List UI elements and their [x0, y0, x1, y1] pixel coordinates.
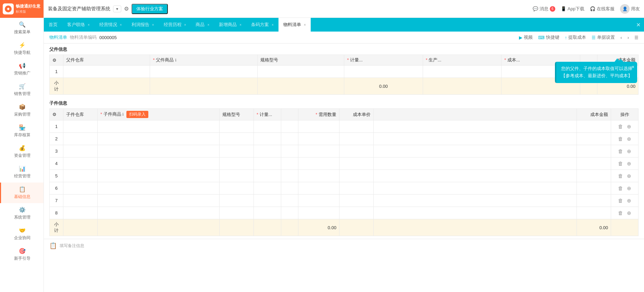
child-row-6-spec[interactable] [219, 182, 253, 195]
tab-operations[interactable]: 经营情况 × [95, 18, 127, 32]
child-row-3-product[interactable] [98, 145, 220, 157]
child-row-2-product[interactable] [98, 133, 220, 145]
child-row-6-unit[interactable] [253, 182, 281, 195]
child-row-7-unit[interactable] [253, 195, 281, 207]
breadcrumb-link[interactable]: 物料清单 [49, 34, 67, 40]
tab-new-goods[interactable]: 新增商品 × [214, 18, 246, 32]
sidebar-item-purchase[interactable]: 📦 采购管理 [0, 100, 44, 121]
child-row-1-product[interactable] [98, 120, 220, 133]
sidebar-item-guide[interactable]: 🎯 新手引导 [0, 244, 44, 265]
tab-bom[interactable]: 物料清单 × [278, 18, 311, 32]
child-row-4-delete[interactable]: 🗑 [618, 161, 623, 166]
child-row-6-quantity[interactable] [298, 182, 339, 195]
child-row-5-copy[interactable]: ⊕ [627, 173, 631, 179]
tab-bom-close[interactable]: × [304, 23, 306, 27]
nav-prev-button[interactable]: ‹ [620, 35, 622, 40]
tab-goods[interactable]: 商品 × [191, 18, 214, 32]
child-row-8-unit-cost[interactable] [339, 207, 373, 219]
child-row-8-unit[interactable] [253, 207, 281, 219]
child-row-3-copy[interactable]: ⊕ [627, 148, 631, 154]
child-row-7-copy[interactable]: ⊕ [627, 198, 631, 203]
tab-history-close[interactable]: × [184, 23, 186, 27]
child-row-7-spec[interactable] [219, 195, 253, 207]
child-row-1-quantity[interactable] [298, 120, 339, 133]
child-row-1-warehouse[interactable] [63, 120, 98, 133]
child-row-3-delete[interactable]: 🗑 [618, 148, 623, 154]
child-row-4-unit[interactable] [253, 157, 281, 170]
child-row-2-copy[interactable]: ⊕ [627, 136, 631, 142]
child-row-4-quantity[interactable] [298, 157, 339, 170]
list-view-button[interactable]: ☰ [634, 35, 639, 40]
child-row-1-copy[interactable]: ⊕ [627, 124, 631, 129]
child-row-5-quantity[interactable] [298, 170, 339, 182]
child-row-5-delete[interactable]: 🗑 [618, 173, 623, 179]
parent-row-1-unit[interactable] [344, 66, 423, 78]
child-row-6-product[interactable] [98, 182, 220, 195]
child-row-5-unit-cost[interactable] [339, 170, 373, 182]
app-download-button[interactable]: 📱 App下载 [561, 6, 584, 12]
tab-customers-close[interactable]: × [88, 23, 90, 27]
single-settings-button[interactable]: ☰ 单据设置 [592, 34, 615, 40]
child-row-5-warehouse[interactable] [63, 170, 98, 182]
child-row-2-delete[interactable]: 🗑 [618, 136, 623, 142]
sidebar-item-enterprise[interactable]: 🤝 企业协同 [0, 224, 44, 244]
close-all-tabs[interactable]: ✕ [633, 22, 644, 28]
parent-row-1-product[interactable] [150, 66, 257, 78]
child-row-6-copy[interactable]: ⊕ [627, 185, 631, 191]
tab-new-goods-close[interactable]: × [239, 23, 242, 27]
extract-cost-button[interactable]: ↑ 提取成本 [565, 34, 586, 40]
child-row-5-unit[interactable] [253, 170, 281, 182]
child-row-2-warehouse[interactable] [63, 133, 98, 145]
child-row-1-spec[interactable] [219, 120, 253, 133]
child-row-8-product[interactable] [98, 207, 220, 219]
parent-row-1-produce[interactable] [423, 66, 501, 78]
sidebar-item-sales[interactable]: 🛒 销售管理 [0, 80, 44, 100]
child-row-7-quantity[interactable] [298, 195, 339, 207]
child-row-8-copy[interactable]: ⊕ [627, 210, 631, 216]
child-row-6-warehouse[interactable] [63, 182, 98, 195]
tab-goods-close[interactable]: × [207, 23, 209, 27]
sidebar-item-inventory[interactable]: 🏪 库存核算 [0, 121, 44, 141]
online-service-button[interactable]: 🎧 在线客服 [590, 6, 615, 12]
child-row-6-unit-cost[interactable] [339, 182, 373, 195]
tab-home[interactable]: 首页 [44, 18, 62, 32]
scan-button[interactable]: 扫码录入 [126, 111, 148, 118]
tab-profit[interactable]: 利润报告 × [127, 18, 159, 32]
child-row-7-delete[interactable]: 🗑 [618, 198, 623, 203]
child-row-7-product[interactable] [98, 195, 220, 207]
tab-barcode[interactable]: 条码方案 × [246, 18, 278, 32]
tooltip-close[interactable]: × [632, 63, 634, 71]
nav-next-button[interactable]: › [628, 35, 629, 40]
child-col-gear[interactable]: ⚙ [50, 109, 63, 120]
child-row-5-spec[interactable] [219, 170, 253, 182]
sidebar-item-basic-info[interactable]: 📋 基础信息 [0, 183, 44, 203]
child-row-2-quantity[interactable] [298, 133, 339, 145]
settings-icon[interactable]: ⚙ [124, 5, 129, 12]
child-row-4-spec[interactable] [219, 157, 253, 170]
parent-row-1-spec[interactable] [257, 66, 344, 78]
child-row-7-unit-cost[interactable] [339, 195, 373, 207]
tab-customers[interactable]: 客户联络 × [62, 18, 95, 32]
video-button[interactable]: ▶ 视频 [519, 34, 533, 40]
child-row-8-warehouse[interactable] [63, 207, 98, 219]
child-row-3-unit-cost[interactable] [339, 145, 373, 157]
child-row-2-spec[interactable] [219, 133, 253, 145]
child-row-4-copy[interactable]: ⊕ [627, 161, 631, 166]
parent-col-gear[interactable]: ⚙ [50, 55, 63, 66]
child-row-3-unit[interactable] [253, 145, 281, 157]
child-row-3-quantity[interactable] [298, 145, 339, 157]
tab-history[interactable]: 经营历程 × [159, 18, 191, 32]
child-row-3-warehouse[interactable] [63, 145, 98, 157]
parent-row-1-warehouse[interactable] [63, 66, 150, 78]
tab-profit-close[interactable]: × [152, 23, 154, 27]
child-row-1-unit[interactable] [253, 120, 281, 133]
child-row-4-warehouse[interactable] [63, 157, 98, 170]
child-row-7-warehouse[interactable] [63, 195, 98, 207]
sidebar-item-operations[interactable]: 📊 经营管理 [0, 162, 44, 183]
sidebar-item-quick-nav[interactable]: ⚡ 快捷导航 [0, 38, 44, 59]
child-row-4-product[interactable] [98, 157, 220, 170]
message-button[interactable]: 💬 消息 6 [533, 6, 555, 12]
sidebar-item-search[interactable]: 🔍 搜索菜单 [0, 18, 44, 38]
child-row-2-unit[interactable] [253, 133, 281, 145]
child-row-6-delete[interactable]: 🗑 [618, 185, 623, 191]
